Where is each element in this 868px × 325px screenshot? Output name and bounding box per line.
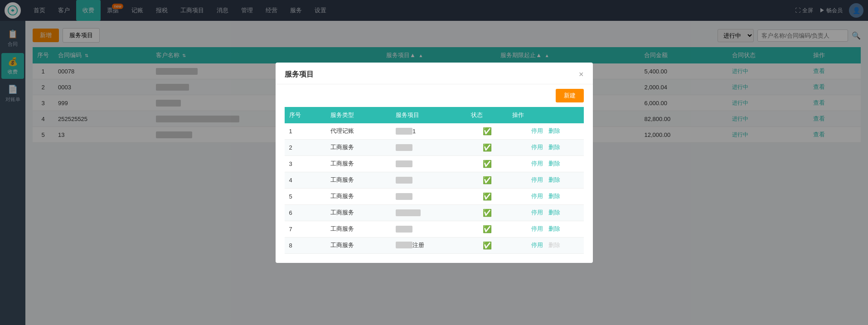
modal-row-status: ✅ [466, 139, 508, 155]
service-items-modal: 服务项目 × 新建 序号 服务类型 服务项目 状态 [276, 63, 593, 263]
modal-row-type: 工商服务 [326, 155, 391, 172]
modal-row-actions: 停用 删除 [508, 123, 583, 140]
modal-row-status: ✅ [466, 221, 508, 237]
modal-row-item: ████ [391, 221, 466, 237]
modal-toolbar: 新建 [276, 84, 593, 107]
stop-button[interactable]: 停用 [531, 242, 543, 248]
service-items-table: 序号 服务类型 服务项目 状态 操作 1 代理记账 ████1 [285, 107, 584, 254]
modal-row-item: ████1 [391, 123, 466, 140]
modal-row-status: ✅ [466, 204, 508, 221]
modal-row-status: ✅ [466, 172, 508, 188]
modal-row-item: ██████ [391, 204, 466, 221]
modal-row-actions: 停用 删除 [508, 237, 583, 253]
modal-table-row: 5 工商服务 ████ ✅ 停用 删除 [285, 188, 584, 204]
modal-body: 序号 服务类型 服务项目 状态 操作 1 代理记账 ████1 [276, 107, 593, 263]
delete-button[interactable]: 删除 [548, 127, 560, 134]
modal-row-actions: 停用 删除 [508, 188, 583, 204]
modal-row-actions: 停用 删除 [508, 172, 583, 188]
modal-row-seq: 2 [285, 139, 326, 155]
modal-table-row: 3 工商服务 ████ ✅ 停用 删除 [285, 155, 584, 172]
modal-col-item: 服务项目 [391, 107, 466, 123]
main-content: 新增 服务项目 进行中 全部 已结束 🔍 序号 合同编码 ⇅ 客户名称 ⇅ 服务… [25, 21, 868, 325]
modal-row-seq: 8 [285, 237, 326, 253]
modal-col-seq: 序号 [285, 107, 326, 123]
modal-table-row: 4 工商服务 ████ ✅ 停用 删除 [285, 172, 584, 188]
modal-table-row: 8 工商服务 ████注册 ✅ 停用 删除 [285, 237, 584, 253]
modal-row-item: ████ [391, 188, 466, 204]
stop-button[interactable]: 停用 [531, 127, 543, 134]
modal-row-type: 工商服务 [326, 204, 391, 221]
modal-col-type: 服务类型 [326, 107, 391, 123]
modal-overlay: 服务项目 × 新建 序号 服务类型 服务项目 状态 [25, 21, 868, 325]
delete-button[interactable]: 删除 [548, 144, 560, 150]
modal-row-type: 工商服务 [326, 139, 391, 155]
modal-row-status: ✅ [466, 123, 508, 140]
delete-button[interactable]: 删除 [548, 209, 560, 216]
modal-header: 服务项目 × [276, 63, 593, 84]
stop-button[interactable]: 停用 [531, 160, 543, 167]
modal-row-type: 工商服务 [326, 188, 391, 204]
modal-new-button[interactable]: 新建 [556, 89, 584, 102]
modal-row-type: 工商服务 [326, 221, 391, 237]
modal-row-actions: 停用 删除 [508, 204, 583, 221]
main-layout: 📋 合同 💰 收费 📄 对账单 新增 服务项目 进行中 全部 已结束 🔍 [0, 21, 868, 325]
delete-button[interactable]: 删除 [548, 225, 560, 232]
modal-title: 服务项目 [285, 70, 314, 79]
modal-row-status: ✅ [466, 237, 508, 253]
delete-button[interactable]: 删除 [548, 193, 560, 199]
delete-button[interactable]: 删除 [548, 160, 560, 167]
modal-row-status: ✅ [466, 155, 508, 172]
modal-row-item: ████注册 [391, 237, 466, 253]
modal-row-status: ✅ [466, 188, 508, 204]
modal-row-seq: 7 [285, 221, 326, 237]
modal-row-item: ████ [391, 172, 466, 188]
modal-row-actions: 停用 删除 [508, 155, 583, 172]
modal-table-row: 6 工商服务 ██████ ✅ 停用 删除 [285, 204, 584, 221]
stop-button[interactable]: 停用 [531, 225, 543, 232]
stop-button[interactable]: 停用 [531, 144, 543, 150]
modal-close-button[interactable]: × [579, 70, 584, 79]
stop-button[interactable]: 停用 [531, 176, 543, 183]
modal-row-actions: 停用 删除 [508, 139, 583, 155]
modal-table-row: 2 工商服务 ████ ✅ 停用 删除 [285, 139, 584, 155]
modal-row-seq: 1 [285, 123, 326, 140]
modal-row-type: 工商服务 [326, 237, 391, 253]
modal-row-seq: 3 [285, 155, 326, 172]
modal-row-item: ████ [391, 139, 466, 155]
modal-row-seq: 6 [285, 204, 326, 221]
stop-button[interactable]: 停用 [531, 209, 543, 216]
modal-row-seq: 4 [285, 172, 326, 188]
delete-button[interactable]: 删除 [548, 242, 560, 248]
modal-row-item: ████ [391, 155, 466, 172]
modal-row-seq: 5 [285, 188, 326, 204]
modal-table-row: 1 代理记账 ████1 ✅ 停用 删除 [285, 123, 584, 140]
modal-table-row: 7 工商服务 ████ ✅ 停用 删除 [285, 221, 584, 237]
stop-button[interactable]: 停用 [531, 193, 543, 199]
modal-row-actions: 停用 删除 [508, 221, 583, 237]
modal-row-type: 工商服务 [326, 172, 391, 188]
modal-col-status: 状态 [466, 107, 508, 123]
delete-button[interactable]: 删除 [548, 176, 560, 183]
modal-row-type: 代理记账 [326, 123, 391, 140]
modal-col-action: 操作 [508, 107, 583, 123]
